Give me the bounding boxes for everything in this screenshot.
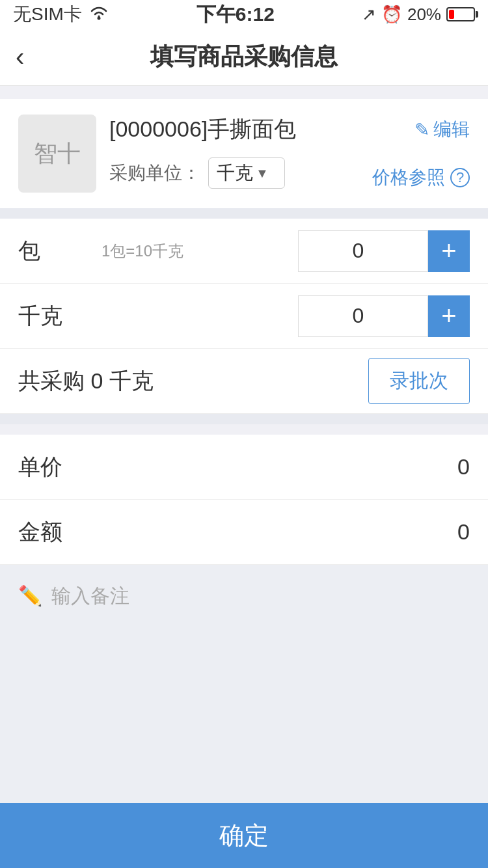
price-ref-label: 价格参照: [372, 165, 445, 190]
summary-text: 共采购 0 千克: [18, 366, 368, 396]
wifi-icon: [88, 4, 109, 25]
nav-bar: ‹ 填写商品采购信息: [0, 29, 488, 86]
location-icon: ↗: [362, 5, 376, 25]
status-left: 无SIM卡: [13, 2, 109, 27]
battery-icon: [446, 7, 475, 21]
amount-row: 金额 0: [0, 500, 488, 565]
kg-input-control: +: [298, 295, 470, 337]
unit-price-row: 单价 0: [0, 435, 488, 500]
chevron-down-icon: ▼: [256, 166, 269, 181]
kg-label: 千克: [18, 301, 96, 331]
page-title: 填写商品采购信息: [150, 41, 338, 73]
batch-button[interactable]: 录批次: [368, 358, 470, 404]
bag-input-row: 包 1包=10千克 +: [0, 219, 488, 284]
input-section: 包 1包=10千克 + 千克 +: [0, 219, 488, 349]
section-separator-2: [0, 414, 488, 424]
notes-placeholder: 输入备注: [51, 583, 129, 610]
unit-price-value: 0: [457, 454, 470, 480]
unit-price-label: 单价: [18, 452, 457, 482]
product-image: 智十: [18, 115, 96, 193]
bag-number-input[interactable]: [298, 230, 428, 272]
bag-plus-button[interactable]: +: [428, 230, 470, 272]
edit-icon: ✎: [414, 119, 429, 141]
kg-number-input[interactable]: [298, 295, 428, 337]
bag-label: 包: [18, 236, 96, 266]
price-ref-help-icon: ?: [450, 168, 470, 187]
kg-plus-button[interactable]: +: [428, 295, 470, 337]
battery-percent: 20%: [407, 5, 441, 25]
notes-section[interactable]: ✏️ 输入备注: [0, 565, 488, 682]
confirm-button[interactable]: 确定: [0, 803, 488, 868]
status-bar: 无SIM卡 下午6:12 ↗ ⏰ 20%: [0, 0, 488, 29]
edit-link[interactable]: ✎ 编辑: [414, 117, 470, 142]
edit-label: 编辑: [433, 117, 470, 142]
svg-point-0: [97, 17, 100, 20]
amount-value: 0: [457, 519, 470, 545]
bag-input-control: +: [298, 230, 470, 272]
status-time: 下午6:12: [197, 1, 275, 28]
product-card: 智十 [0000006]手撕面包 采购单位： 千克 ▼ ✎ 编辑 价格参照 ?: [0, 99, 488, 208]
carrier-text: 无SIM卡: [13, 2, 82, 27]
kg-input-row: 千克 +: [0, 284, 488, 349]
unit-value: 千克: [217, 161, 253, 185]
back-button[interactable]: ‹: [16, 42, 24, 72]
product-image-label: 智十: [34, 138, 81, 170]
summary-row: 共采购 0 千克 录批次: [0, 349, 488, 414]
section-separator-1: [0, 208, 488, 219]
status-right: ↗ ⏰ 20%: [362, 5, 475, 25]
unit-label: 采购单位：: [109, 161, 200, 185]
price-section: 单价 0 金额 0: [0, 435, 488, 565]
alarm-icon: ⏰: [381, 5, 402, 25]
price-ref-link[interactable]: 价格参照 ?: [372, 165, 470, 190]
amount-label: 金额: [18, 517, 457, 547]
unit-select[interactable]: 千克 ▼: [208, 157, 285, 189]
pencil-icon: ✏️: [18, 584, 42, 607]
bag-sublabel: 1包=10千克: [102, 241, 298, 262]
